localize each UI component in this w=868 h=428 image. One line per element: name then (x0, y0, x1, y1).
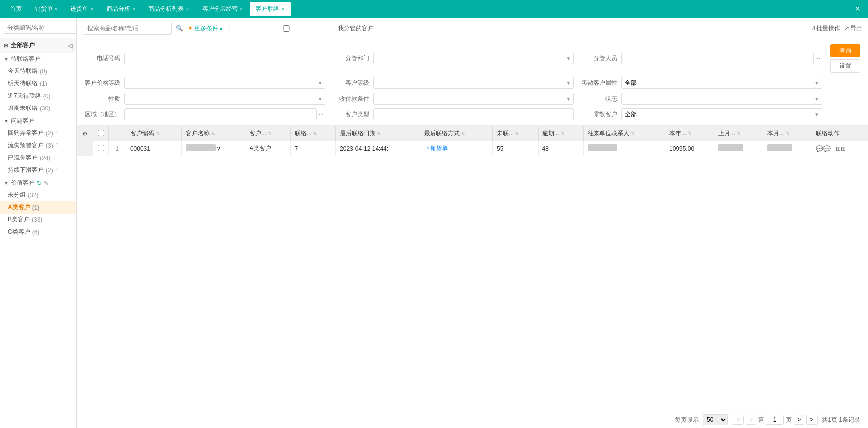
nav-customer-contact[interactable]: 客户联络 × (250, 2, 290, 16)
chat-icon[interactable]: 💬 (816, 145, 831, 152)
sidebar-item-declining[interactable]: 持续下滑客户 (2) ? (0, 164, 76, 176)
row-last-contact-method[interactable]: 下销货单 (420, 141, 492, 156)
last-contact-method-col-header[interactable]: 最后联络方式 ⇅ (420, 126, 492, 141)
gear-icon[interactable] (82, 130, 88, 137)
overdue-col-header[interactable]: 逾期... ⇅ (538, 126, 583, 141)
close-goods-analysis-icon[interactable]: × (132, 6, 135, 12)
row-checkbox-cell[interactable] (93, 141, 109, 156)
nature-select[interactable] (124, 93, 326, 105)
contact-col-header[interactable]: 联络... ⇅ (290, 126, 335, 141)
retail-customer-select[interactable]: 全部 (621, 108, 822, 120)
settings-button[interactable]: 设置 (830, 59, 860, 73)
sidebar-item-churn-warning[interactable]: 流失预警客户 (3) ? (0, 139, 76, 152)
problem-customer-section[interactable]: ▼ 问题客户 (0, 114, 76, 127)
row-checkbox[interactable] (98, 145, 104, 151)
nav-home[interactable]: 首页 (4, 2, 28, 16)
close-customer-contact-icon[interactable]: × (281, 6, 284, 12)
close-goods-list-icon[interactable]: × (186, 6, 189, 12)
sidebar-item-abnormal[interactable]: 回购异常客户 (2) ? (0, 127, 76, 139)
sort-icon6[interactable]: ⇅ (461, 131, 465, 136)
nav-goods-analysis-list[interactable]: 商品分析列表 × (142, 2, 195, 16)
status-select[interactable] (621, 93, 822, 105)
unit-contact-col-header[interactable]: 往来单位联系人 ⇅ (583, 126, 665, 141)
sidebar-item-overdue[interactable]: 逾期未联络 (30) (0, 102, 76, 114)
filter-search-icon[interactable]: 🔍 (176, 25, 183, 32)
nav-customer-tier[interactable]: 客户分层经营 × (196, 2, 249, 16)
sort-icon12[interactable]: ⇅ (786, 131, 790, 136)
sort-icon7[interactable]: ⇅ (515, 131, 519, 136)
pending-contact-section[interactable]: ▼ 待联络客户 (0, 53, 76, 65)
sort-icon3[interactable]: ⇅ (268, 131, 271, 136)
value-customer-section[interactable]: ▼ 价值客户 ↻ ✎ (0, 176, 76, 189)
sidebar-item-a-class[interactable]: A类客户 (1) (0, 201, 76, 214)
nav-sales[interactable]: 销货单 × (29, 2, 63, 16)
customer-level-select[interactable] (373, 77, 574, 89)
sidebar-item-tomorrow[interactable]: 明天待联络 (1) (0, 77, 76, 90)
sort-icon[interactable]: ⇅ (156, 131, 160, 136)
per-page-select[interactable]: 50 100 200 (703, 414, 728, 425)
more-filter-btn[interactable]: ▼ 更多条件 ▲ (187, 24, 223, 33)
sort-icon2[interactable]: ⇅ (211, 131, 215, 136)
sidebar-item-7days[interactable]: 近7天待联络 (0) (0, 90, 76, 102)
pin-icon[interactable]: ◁ (68, 42, 72, 49)
payment-select[interactable] (373, 93, 574, 105)
page-number-input[interactable] (766, 415, 784, 425)
this-year-col-header[interactable]: 本年... ⇅ (665, 126, 714, 141)
export-button[interactable]: ↗ 导出 (844, 24, 862, 33)
manager-dots-icon[interactable]: ··· (814, 55, 822, 62)
sidebar-item-c-class[interactable]: C类客户 (6) (0, 226, 76, 238)
customer-code-col-header[interactable]: 客户编码 ⇅ (126, 126, 181, 141)
window-close-button[interactable]: × (851, 2, 864, 16)
customer-type-field: 客户类型 (333, 108, 574, 120)
contact-method-link[interactable]: 下销货单 (424, 145, 448, 152)
sidebar-item-ungrouped[interactable]: 未分组 (32) (0, 189, 76, 201)
customer-type-input[interactable] (373, 108, 574, 120)
retail-attr-select[interactable]: 全部 (621, 77, 822, 89)
sort-icon10[interactable]: ⇅ (688, 131, 692, 136)
query-button[interactable]: 查询 (830, 44, 860, 57)
sort-icon5[interactable]: ⇅ (377, 131, 381, 136)
close-customer-tier-icon[interactable]: × (240, 6, 243, 12)
qr-icon[interactable]: ⊞ (836, 145, 846, 152)
first-page-button[interactable]: |< (732, 415, 744, 425)
customer-type-col-header[interactable]: 客户... ⇅ (245, 126, 290, 141)
bottom-bar: 每页显示 50 100 200 |< < 第 页 > >| 共1页 1条记录 (77, 411, 868, 428)
not-contacted-col-header[interactable]: 未联... ⇅ (493, 126, 538, 141)
nav-goods-analysis[interactable]: 商品分析 × (101, 2, 141, 16)
settings-col-header[interactable] (77, 126, 93, 141)
last-contact-date-col-header[interactable]: 最后联络日期 ⇅ (336, 126, 420, 141)
manager-input[interactable] (621, 53, 814, 64)
search-input[interactable] (83, 22, 172, 35)
select-all-checkbox[interactable] (98, 130, 104, 136)
last-month-col-header[interactable]: 上月... ⇅ (714, 126, 763, 141)
sidebar-item-today[interactable]: 今天待联络 (0) (0, 65, 76, 77)
edit-icon[interactable]: ✎ (44, 180, 49, 187)
region-input[interactable] (124, 108, 317, 120)
customer-name-col-header[interactable]: 客户名称 ⇅ (181, 126, 245, 141)
all-customers-header[interactable]: ⊞ 全部客户 ◁ (0, 38, 76, 53)
dept-select[interactable] (373, 53, 574, 64)
horizontal-scrollbar[interactable] (77, 404, 868, 411)
nav-purchase[interactable]: 进货单 × (64, 2, 99, 16)
checkbox-col-header[interactable] (93, 126, 109, 141)
sort-icon9[interactable]: ⇅ (631, 131, 635, 136)
sidebar-item-b-class[interactable]: B类客户 (33) (0, 214, 76, 226)
sidebar-search-input[interactable] (4, 22, 77, 34)
phone-input[interactable] (124, 53, 326, 64)
sort-icon4[interactable]: ⇅ (313, 131, 317, 136)
sort-icon11[interactable]: ⇅ (737, 131, 741, 136)
price-level-select[interactable] (124, 77, 326, 89)
sort-icon8[interactable]: ⇅ (561, 131, 565, 136)
my-customer-checkbox-label[interactable]: 我分管的客户 (237, 24, 374, 33)
close-purchase-icon[interactable]: × (90, 6, 93, 12)
my-customer-checkbox[interactable] (237, 25, 336, 32)
sidebar-item-churned[interactable]: 已流失客户 (24) ? (0, 152, 76, 164)
last-page-button[interactable]: >| (806, 415, 818, 425)
region-dots-icon[interactable]: ··· (317, 111, 326, 118)
prev-page-button[interactable]: < (746, 415, 756, 425)
refresh-icon[interactable]: ↻ (37, 180, 42, 187)
close-sales-icon[interactable]: × (54, 6, 57, 12)
batch-op-button[interactable]: ☑ 批量操作 (810, 24, 840, 33)
this-month-col-header[interactable]: 本月... ⇅ (763, 126, 812, 141)
next-page-button[interactable]: > (794, 415, 804, 425)
